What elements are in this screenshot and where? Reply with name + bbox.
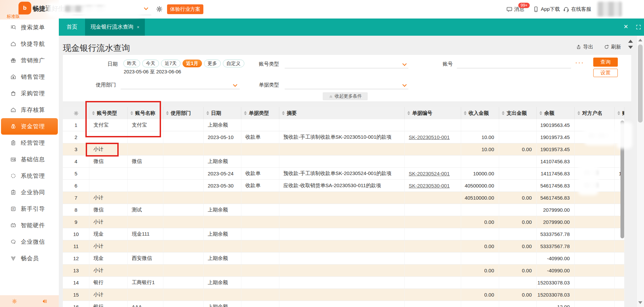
scrollbar-up-icon[interactable] — [638, 39, 642, 41]
table-row[interactable]: 8微信测试上期余额2079990.00 — [63, 204, 625, 216]
table-row[interactable]: 10现金现金111上期余额53337567.78 — [63, 228, 625, 240]
sort-icon[interactable] — [617, 111, 620, 115]
sidebar-item-2[interactable]: 快捷导航 — [0, 36, 59, 52]
fullscreen-icon[interactable] — [636, 24, 641, 30]
table-row[interactable]: 13小计0.000.00-40990.00 — [63, 265, 625, 277]
column-header[interactable]: 摘要 — [279, 107, 405, 119]
column-header[interactable]: 使用部门 — [163, 107, 204, 119]
table-row[interactable]: 12现金西安微信上期余额-40990.00 — [63, 252, 625, 265]
sidebar-item-5[interactable]: 采购管理 — [0, 85, 59, 102]
column-header[interactable]: 账 — [615, 107, 625, 119]
column-header[interactable]: 对方户名 — [575, 107, 615, 119]
column-header[interactable]: 收入金额 — [461, 107, 499, 119]
cell-balance: 152033078.03 — [537, 277, 575, 288]
column-header[interactable]: 支出金额 — [499, 107, 537, 119]
column-settings-header[interactable] — [63, 107, 89, 119]
scrollbar-down-icon[interactable] — [638, 301, 642, 304]
settings-button[interactable]: 设置 — [593, 69, 618, 77]
collapse-sidebar-icon[interactable] — [41, 298, 47, 304]
sidebar-item-10[interactable]: 系统管理 — [0, 168, 59, 184]
table-row[interactable]: 16银行AAA上期余额12.00 — [63, 301, 625, 307]
sort-icon[interactable] — [92, 111, 95, 115]
sort-icon[interactable] — [206, 111, 209, 115]
table-row[interactable]: 22023-05-10收款单预收款-手工填制收款单SK-20230510-001… — [63, 131, 625, 143]
date-pill-1[interactable]: 昨天 — [123, 60, 140, 67]
date-pill-3[interactable]: 近7天 — [161, 60, 180, 67]
column-header[interactable]: 单据类型 — [241, 107, 279, 119]
table-row[interactable]: 1支付宝支付宝上期余额19019563.45 — [63, 119, 625, 131]
sort-icon[interactable] — [539, 111, 542, 115]
sidebar-item-14[interactable]: 企业微信 — [0, 234, 59, 250]
table-row[interactable]: 15小计0.000.00152033078.03 — [63, 289, 625, 301]
table-row[interactable]: 9小计0.000.002079990.00 — [63, 216, 625, 228]
sidebar-item-3[interactable]: 营销推广 — [0, 52, 59, 69]
doc-number-link[interactable]: SK-20230524-001 — [409, 171, 450, 176]
sort-icon[interactable] — [166, 111, 169, 115]
company-select[interactable] — [63, 15, 151, 15]
column-header[interactable]: 余额 — [537, 107, 575, 119]
scroll-down-icon[interactable] — [628, 46, 633, 49]
page-scrollbar-thumb[interactable] — [638, 44, 643, 123]
app-download-item[interactable]: App下载 — [533, 6, 560, 12]
sort-icon[interactable] — [464, 111, 467, 115]
refresh-button[interactable]: 刷新 — [604, 44, 621, 50]
sidebar-item-12[interactable]: 新新手引导 — [0, 201, 59, 217]
settings-gear-icon[interactable] — [11, 298, 17, 304]
export-button[interactable]: 导出 — [576, 44, 593, 50]
scroll-spinner[interactable] — [628, 40, 633, 49]
doc-type-select[interactable] — [285, 81, 408, 89]
department-select[interactable] — [121, 81, 240, 89]
account-type-select[interactable] — [285, 60, 408, 68]
sidebar-item-4[interactable]: 销售管理 — [0, 69, 59, 85]
table-row[interactable]: 52023-05-24收款单预收款-手工填制收款单SK-20230524-001… — [63, 168, 625, 180]
sidebar-item-8[interactable]: 经营管理 — [0, 135, 59, 151]
column-header[interactable]: 账号类型 — [89, 107, 128, 119]
sidebar-item-1[interactable]: 搜索菜单 — [0, 19, 59, 36]
scroll-up-icon[interactable] — [628, 40, 633, 43]
column-header[interactable]: 日期 — [204, 107, 241, 119]
table-row[interactable]: 62023-05-30收款单应收款-收取销货单SA-20230530-011的款… — [63, 180, 625, 192]
tab-active-cash-flow[interactable]: 现金银行流水查询 × — [85, 19, 145, 36]
tab-home[interactable]: 首页 — [59, 19, 85, 36]
table-row[interactable]: 4微信微信上期余额14107456.83 — [63, 156, 625, 168]
sort-icon[interactable] — [407, 111, 410, 115]
collapse-more-filters[interactable]: 收起更多条件 — [323, 92, 368, 100]
date-pill-4[interactable]: 近1月 — [183, 60, 202, 67]
gear-icon[interactable] — [73, 110, 79, 116]
table-row[interactable]: 3小计10.000.0019019573.45 — [63, 143, 625, 156]
sort-icon[interactable] — [282, 111, 285, 115]
trial-solution-button[interactable]: 体验行业方案 — [167, 4, 203, 14]
chevron-down-icon[interactable] — [144, 6, 148, 10]
online-support-item[interactable]: 在线客服 — [563, 6, 591, 12]
sidebar-item-13[interactable]: 智能硬件 — [0, 217, 59, 234]
table-scrollbar-thumb[interactable] — [620, 121, 624, 238]
gear-icon[interactable] — [156, 5, 163, 13]
doc-number-link[interactable]: SK-20230530-001 — [409, 183, 450, 189]
date-range-value[interactable]: 2023-05-06 至 2023-06-06 — [124, 69, 181, 75]
column-header[interactable]: 单据编号 — [405, 107, 461, 119]
close-icon[interactable]: ✕ — [623, 23, 628, 30]
table-row[interactable]: 7小计40510000.000.0054617456.83 — [63, 192, 625, 204]
sidebar-item-7[interactable]: 资金管理 — [1, 118, 58, 135]
sort-icon[interactable] — [244, 111, 247, 115]
account-input[interactable] — [457, 60, 571, 68]
column-header[interactable]: 账号名称 — [128, 107, 163, 119]
sort-icon[interactable] — [502, 111, 505, 115]
date-pill-6[interactable]: 自定义 — [223, 60, 244, 67]
table-row[interactable]: 14银行工商银行1上期余额152033078.03 — [63, 277, 625, 289]
tab-close-icon[interactable]: × — [137, 25, 139, 30]
page-scrollbar[interactable] — [636, 36, 644, 307]
sidebar-item-15[interactable]: 畅会员 — [0, 250, 59, 267]
sort-icon[interactable] — [577, 111, 580, 115]
sort-icon[interactable] — [130, 111, 133, 115]
sidebar-item-6[interactable]: 库存核算 — [0, 102, 59, 118]
doc-number-link[interactable]: SK-20230510-001 — [409, 134, 450, 140]
query-button[interactable]: 查询 — [593, 58, 618, 67]
cell-doc — [241, 252, 279, 264]
date-pill-2[interactable]: 今天 — [142, 60, 159, 67]
date-pill-5[interactable]: 更多 — [204, 60, 221, 67]
sidebar-item-11[interactable]: 企业协同 — [0, 184, 59, 201]
table-row[interactable]: 11小计0.000.0053337567.78 — [63, 240, 625, 252]
more-options-dots[interactable]: ··· — [575, 58, 584, 66]
sidebar-item-9[interactable]: 基础信息 — [0, 151, 59, 168]
